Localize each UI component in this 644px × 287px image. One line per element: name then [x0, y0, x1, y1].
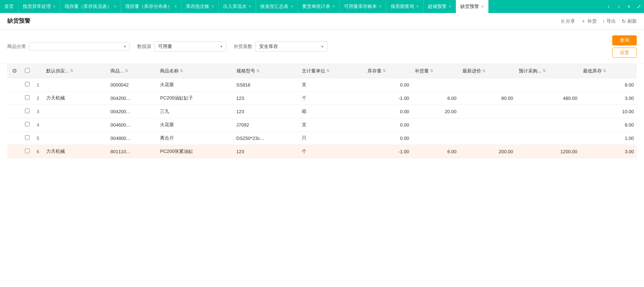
- th-latest-price[interactable]: 最新进价 ⇅: [460, 64, 516, 78]
- row-settings-cell: [7, 92, 22, 105]
- row-supplier: [43, 78, 108, 92]
- tab-close-shortage[interactable]: ×: [481, 4, 484, 9]
- category-select[interactable]: ▾: [29, 42, 130, 51]
- tab-close-recv-summary[interactable]: ×: [291, 4, 293, 9]
- tab-bar: 首页 拣货异常处理 × 现存量（库存状况表） × 现存量（库存分布表） × 库存…: [0, 0, 644, 13]
- row-est-purchase: [516, 78, 580, 92]
- row-checkbox-5[interactable]: [25, 149, 30, 153]
- filter-bar: 商品分类 ▾ 数据源 可用量 ▾ 补货基数 安全库存 ▾ 查询 设置: [0, 30, 644, 64]
- replenish-button[interactable]: ＋ 补货: [581, 18, 597, 25]
- row-product-name: 火花塞: [157, 118, 233, 132]
- row-product-code: 004800...: [108, 132, 157, 145]
- row-replenish-qty: [412, 132, 459, 145]
- th-replenish-qty[interactable]: 补货量 ⇅: [412, 64, 459, 78]
- row-unit: 个: [299, 145, 365, 158]
- table-body: 1 0000042 火花塞 SS816 支 0.00 8.00 2 力天机械 0…: [7, 78, 637, 158]
- tab-home[interactable]: 首页: [0, 0, 18, 13]
- replenish-base-filter-group: 补货基数 安全库存 ▾: [234, 41, 327, 52]
- tab-available-ledger[interactable]: 可用量库存账本 ×: [340, 0, 386, 13]
- query-button[interactable]: 查询: [612, 35, 637, 45]
- sort-replenish-icon: ⇅: [430, 69, 433, 73]
- row-checkbox-1[interactable]: [25, 95, 30, 100]
- row-num-cell: 2: [32, 92, 43, 105]
- category-filter-group: 商品分类 ▾: [7, 42, 130, 51]
- tab-close-order-stats[interactable]: ×: [332, 4, 335, 9]
- row-product-name: 三九: [157, 105, 233, 118]
- th-est-purchase[interactable]: 预计采购... ⇅: [516, 64, 580, 78]
- row-checkbox-cell: [22, 145, 32, 158]
- share-icon: ⎘: [561, 18, 564, 24]
- th-product-code[interactable]: 商品... ⇅: [108, 64, 157, 78]
- sort-supplier-icon: ⇅: [70, 69, 73, 73]
- row-unit: 个: [299, 92, 365, 105]
- row-product-name: 火花塞: [157, 78, 233, 92]
- tab-overstock[interactable]: 超储预警 ×: [423, 0, 456, 13]
- row-stock: 0.00: [365, 78, 412, 92]
- row-stock: 0.00: [365, 118, 412, 132]
- sort-est-icon: ⇅: [543, 69, 546, 73]
- row-est-purchase: [516, 132, 580, 145]
- row-checkbox-cell: [22, 132, 32, 145]
- table-settings-icon[interactable]: ⚙: [12, 68, 17, 74]
- th-spec[interactable]: 规格型号 ⇅: [234, 64, 299, 78]
- row-checkbox-0[interactable]: [25, 82, 30, 87]
- tab-close-available-ledger[interactable]: ×: [379, 4, 382, 9]
- share-button[interactable]: ⎘ 分享: [561, 18, 575, 25]
- tab-shortage[interactable]: 缺货预警 ×: [456, 0, 488, 13]
- tab-close-inventory-dist[interactable]: ×: [174, 4, 177, 9]
- row-product-name: PC200油缸缸子: [157, 92, 233, 105]
- export-button[interactable]: ↑ 导出: [602, 18, 616, 25]
- replenish-icon: ＋: [581, 18, 586, 25]
- tab-close-window[interactable]: ×: [624, 0, 634, 13]
- row-latest-price: 80.00: [460, 92, 516, 105]
- row-stock: 0.00: [365, 132, 412, 145]
- tab-maximize[interactable]: ⤢: [634, 0, 644, 13]
- select-all-checkbox[interactable]: [25, 68, 30, 73]
- sort-spec-icon: ⇅: [256, 69, 260, 73]
- row-product-code: 0000042: [108, 78, 157, 92]
- row-checkbox-4[interactable]: [25, 135, 30, 140]
- row-checkbox-cell: [22, 105, 32, 118]
- row-settings-cell: [7, 145, 22, 158]
- refresh-button[interactable]: ↻ 刷新: [622, 18, 637, 25]
- refresh-icon: ↻: [622, 18, 626, 24]
- tab-nav-next[interactable]: ›: [614, 0, 624, 13]
- settings-button[interactable]: 设置: [612, 48, 637, 58]
- row-supplier: [43, 118, 108, 132]
- row-est-purchase: 1200.00: [516, 145, 580, 158]
- tab-close-inout-flow[interactable]: ×: [249, 4, 251, 9]
- row-spec: SS816: [234, 78, 299, 92]
- tab-inventory-dist[interactable]: 现存量（库存分布表） ×: [121, 0, 182, 13]
- tab-expiry[interactable]: 保质期查询 ×: [386, 0, 423, 13]
- row-checkbox-3[interactable]: [25, 122, 30, 127]
- header-actions: ⎘ 分享 ＋ 补货 ↑ 导出 ↻ 刷新: [561, 18, 637, 25]
- row-checkbox-2[interactable]: [25, 109, 30, 113]
- tab-close-inventory-status[interactable]: ×: [114, 4, 116, 9]
- tab-close-overstock[interactable]: ×: [449, 4, 451, 9]
- tab-close-abnormal[interactable]: ×: [53, 4, 56, 9]
- row-unit: 只: [299, 132, 365, 145]
- page-container: 缺货预警 ⎘ 分享 ＋ 补货 ↑ 导出 ↻ 刷新 商品分类: [0, 13, 644, 287]
- th-unit[interactable]: 主计量单位 ⇅: [299, 64, 365, 78]
- row-replenish-qty: [412, 118, 459, 132]
- row-spec: 123: [234, 105, 299, 118]
- table-row: 1 0000042 火花塞 SS816 支 0.00 8.00: [7, 78, 637, 92]
- row-num-cell: 6: [32, 145, 43, 158]
- tab-close-batch[interactable]: ×: [212, 4, 214, 9]
- datasource-select[interactable]: 可用量 ▾: [154, 41, 226, 52]
- th-min-stock[interactable]: 最低库存 ⇅: [580, 64, 637, 78]
- th-default-supplier[interactable]: 默认供应... ⇅: [43, 64, 108, 78]
- tab-order-stats[interactable]: 要货单统计表 ×: [298, 0, 340, 13]
- tab-abnormal[interactable]: 拣货异常处理 ×: [18, 0, 60, 13]
- tab-batch[interactable]: 库存批次账 ×: [182, 0, 219, 13]
- tab-inventory-status[interactable]: 现存量（库存状况表） ×: [60, 0, 121, 13]
- replenish-base-select[interactable]: 安全库存 ▾: [255, 41, 327, 52]
- row-supplier: 力天机械: [43, 92, 108, 105]
- tab-nav-prev[interactable]: ‹: [604, 0, 614, 13]
- tab-close-expiry[interactable]: ×: [416, 4, 419, 9]
- datasource-filter-group: 数据源 可用量 ▾: [137, 41, 226, 52]
- tab-inout-flow[interactable]: 出入库流水 ×: [219, 0, 256, 13]
- th-stock[interactable]: 库存量 ⇅: [365, 64, 412, 78]
- tab-recv-summary[interactable]: 收发存汇总表 ×: [256, 0, 298, 13]
- th-product-name[interactable]: 商品名称 ⇅: [157, 64, 233, 78]
